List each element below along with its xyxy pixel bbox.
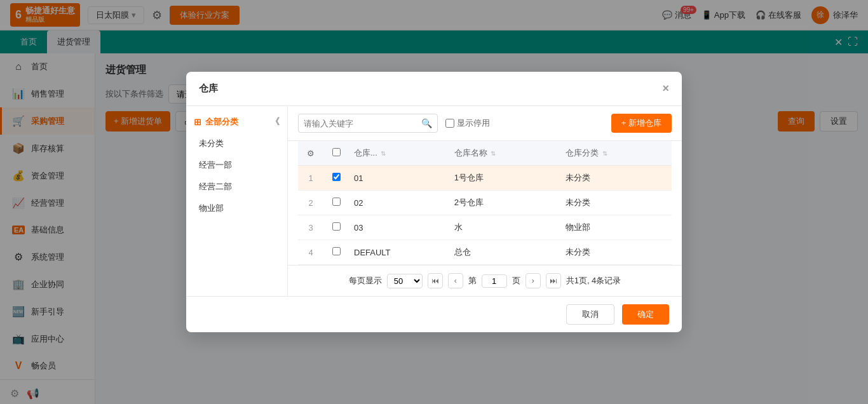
col-category: 仓库分类 ⇅ xyxy=(560,141,672,166)
row-category: 未分类 xyxy=(560,240,672,265)
modal-search-bar: 🔍 显示停用 + 新增仓库 xyxy=(288,106,682,141)
settings-col-icon[interactable]: ⚙ xyxy=(307,149,315,158)
row-category: 物业部 xyxy=(560,215,672,240)
table-row[interactable]: 3 03 水 物业部 xyxy=(298,215,672,240)
modal-header: 仓库 × xyxy=(186,72,682,106)
warehouse-modal: 仓库 × ⊞ 全部分类 《 未分类 经营一部 经营二部 xyxy=(186,72,682,332)
row-name: 水 xyxy=(449,215,560,240)
show-disabled-checkbox[interactable] xyxy=(445,119,454,128)
add-warehouse-button[interactable]: + 新增仓库 xyxy=(611,114,672,133)
row-code: 02 xyxy=(349,191,449,215)
table-row[interactable]: 1 01 1号仓库 未分类 xyxy=(298,166,672,191)
table-row[interactable]: 2 02 2号仓库 未分类 xyxy=(298,191,672,215)
row-num: 1 xyxy=(298,166,323,191)
cancel-button[interactable]: 取消 xyxy=(566,304,614,325)
row-checkbox[interactable] xyxy=(332,222,341,231)
col-name: 仓库名称 ⇅ xyxy=(449,141,560,166)
modal-title: 仓库 xyxy=(199,83,218,95)
show-disabled-label: 显示停用 xyxy=(445,118,490,129)
right-panel: 🔍 显示停用 + 新增仓库 ⚙ xyxy=(288,106,682,296)
category-item-op2[interactable]: 经营二部 xyxy=(186,176,287,198)
last-page-button[interactable]: ⏭ xyxy=(546,273,561,288)
category-item-property[interactable]: 物业部 xyxy=(186,198,287,219)
row-code: DEFAULT xyxy=(349,240,449,265)
page-suffix: 页 xyxy=(512,275,520,286)
row-name: 1号仓库 xyxy=(449,166,560,191)
row-checkbox[interactable] xyxy=(332,198,341,206)
row-checkbox-cell[interactable] xyxy=(323,215,349,240)
row-num: 2 xyxy=(298,191,323,215)
page-input[interactable] xyxy=(482,274,507,288)
table-row[interactable]: 4 DEFAULT 总仓 未分类 xyxy=(298,240,672,265)
prev-page-button[interactable]: ‹ xyxy=(448,273,463,288)
col-code: 仓库... ⇅ xyxy=(349,141,449,166)
pagination: 每页显示 10 20 50 100 ⏮ ‹ 第 页 › ⏭ 共1页, 4条记录 xyxy=(288,265,682,296)
sort-code-icon: ⇅ xyxy=(381,150,386,157)
row-checkbox-cell[interactable] xyxy=(323,240,349,265)
page-label: 第 xyxy=(468,275,477,286)
per-page-label: 每页显示 xyxy=(349,275,382,286)
category-panel: ⊞ 全部分类 《 未分类 经营一部 经营二部 物业部 xyxy=(186,106,288,296)
category-item-op1[interactable]: 经营一部 xyxy=(186,154,287,176)
row-num: 4 xyxy=(298,240,323,265)
row-checkbox[interactable] xyxy=(332,247,341,255)
sort-name-icon: ⇅ xyxy=(491,150,496,157)
row-checkbox-cell[interactable] xyxy=(323,166,349,191)
row-checkbox-cell[interactable] xyxy=(323,191,349,215)
category-item-unclassified[interactable]: 未分类 xyxy=(186,133,287,154)
row-checkbox[interactable] xyxy=(332,173,341,181)
sort-category-icon: ⇅ xyxy=(602,150,607,157)
total-records: 共1页, 4条记录 xyxy=(566,275,621,286)
col-settings: ⚙ xyxy=(298,141,323,166)
row-category: 未分类 xyxy=(560,166,672,191)
warehouse-table: ⚙ 仓库... ⇅ 仓库名称 xyxy=(298,141,672,265)
per-page-select[interactable]: 10 20 50 100 xyxy=(387,274,423,288)
collapse-panel-button[interactable]: 《 xyxy=(271,116,280,128)
modal-close-button[interactable]: × xyxy=(662,82,669,95)
select-all-checkbox[interactable] xyxy=(332,148,341,156)
row-num: 3 xyxy=(298,215,323,240)
grid-icon: ⊞ xyxy=(194,117,201,127)
confirm-button[interactable]: 确定 xyxy=(622,304,669,325)
search-input-wrap[interactable]: 🔍 xyxy=(298,114,438,133)
row-code: 01 xyxy=(349,166,449,191)
row-code: 03 xyxy=(349,215,449,240)
category-all[interactable]: ⊞ 全部分类 《 xyxy=(186,111,287,133)
row-category: 未分类 xyxy=(560,191,672,215)
modal-body: ⊞ 全部分类 《 未分类 经营一部 经营二部 物业部 xyxy=(186,106,682,296)
search-icon: 🔍 xyxy=(421,118,432,128)
row-name: 总仓 xyxy=(449,240,560,265)
warehouse-table-wrap: ⚙ 仓库... ⇅ 仓库名称 xyxy=(288,141,682,265)
row-name: 2号仓库 xyxy=(449,191,560,215)
modal-footer: 取消 确定 xyxy=(186,296,682,332)
col-checkbox xyxy=(323,141,349,166)
category-all-label: 全部分类 xyxy=(205,116,238,128)
search-input[interactable] xyxy=(304,119,421,128)
modal-overlay: 仓库 × ⊞ 全部分类 《 未分类 经营一部 经营二部 xyxy=(0,0,868,404)
first-page-button[interactable]: ⏮ xyxy=(428,273,443,288)
next-page-button[interactable]: › xyxy=(526,273,541,288)
